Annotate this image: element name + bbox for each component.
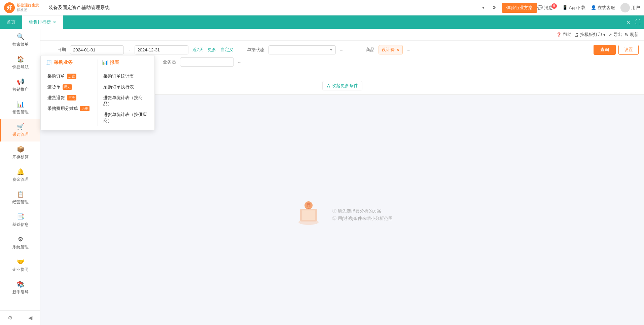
sidebar-item-quick-nav[interactable]: 🏠 快捷导航 bbox=[0, 51, 40, 74]
goods-filter-tag: 设计费 ✕ bbox=[379, 45, 403, 54]
expand-tab-icon[interactable]: ⛶ bbox=[635, 19, 641, 25]
tab-close-icon[interactable]: ✕ bbox=[53, 20, 56, 25]
date-to-input[interactable] bbox=[135, 45, 188, 54]
app-download-button[interactable]: 📱 App下载 bbox=[562, 5, 585, 11]
print-icon: 🖨 bbox=[574, 32, 579, 37]
print-action[interactable]: 🖨 按模板打印 ▾ bbox=[574, 32, 606, 38]
header-settings-icon[interactable]: ⚙ bbox=[490, 3, 499, 12]
empty-hint-1: 请先选择要分析的方案 bbox=[332, 208, 393, 214]
message-button[interactable]: 💬 消息 9 bbox=[537, 5, 557, 11]
sidebar: 🔍 搜索菜单 🏠 快捷导航 📢 营销推广 📊 销售管理 🛒 采购管理 📦 库存核… bbox=[0, 29, 40, 325]
dropdown-col-title-reports: 📊 报表 bbox=[102, 59, 149, 68]
sidebar-item-purchase[interactable]: 🛒 采购管理 bbox=[0, 119, 40, 141]
close-all-tabs-icon[interactable]: ✕ bbox=[626, 19, 631, 26]
goods-label: 商品 bbox=[354, 47, 374, 53]
top-toolbar: ❓ 帮助 🖨 按模板打印 ▾ ↗ 导出 ↻ 刷新 bbox=[40, 29, 644, 41]
history-badge: 历史 bbox=[63, 84, 72, 90]
dropdown-item-return[interactable]: 进货退货 历史 bbox=[46, 92, 94, 103]
refresh-action[interactable]: ↻ 刷新 bbox=[625, 32, 639, 38]
salesperson-input[interactable] bbox=[180, 57, 234, 67]
date-range-separator: ~ bbox=[128, 47, 131, 52]
export-icon: ↗ bbox=[608, 32, 612, 37]
sidebar-item-label: 资金管理 bbox=[12, 177, 29, 182]
sidebar-item-marketing[interactable]: 📢 营销推广 bbox=[0, 74, 40, 96]
logo-sub: 标准版 bbox=[17, 8, 39, 12]
doc-status-ellipsis[interactable]: ··· bbox=[340, 47, 344, 52]
dropdown-item-label: 采购费用分摊单 bbox=[47, 106, 78, 112]
salesperson-label: 业务员 bbox=[156, 59, 176, 65]
message-icon: 💬 bbox=[537, 5, 543, 10]
sidebar-item-label: 基础信息 bbox=[12, 222, 29, 228]
collapse-icon: ⋀ bbox=[327, 83, 330, 88]
tab-home[interactable]: 首页 bbox=[0, 15, 22, 29]
sidebar-item-search[interactable]: 🔍 搜索菜单 bbox=[0, 29, 40, 51]
help-action[interactable]: ❓ 帮助 bbox=[556, 32, 572, 38]
dropdown-item-receiving-stats-supplier[interactable]: 进货单统计表（按供应商） bbox=[102, 109, 149, 126]
date-filter-label: 日期 bbox=[46, 47, 66, 53]
dropdown-item-receiving[interactable]: 进货单 历史 bbox=[46, 82, 94, 92]
sidebar-item-sales[interactable]: 📊 销售管理 bbox=[0, 96, 40, 119]
purchase-icon: 🛒 bbox=[17, 123, 24, 130]
sidebar-item-system[interactable]: ⚙ 系统管理 bbox=[0, 232, 40, 254]
settings-button[interactable]: 设置 bbox=[618, 45, 639, 55]
user-menu[interactable]: 用户 bbox=[620, 3, 640, 12]
dropdown-col-purchase: 🧾 采购业务 采购订单 历史 进货单 历史 进货退货 历史 采购费用分摊单 bbox=[43, 59, 96, 126]
date-quick-more[interactable]: 更多 bbox=[208, 47, 216, 53]
print-dropdown-icon[interactable]: ▾ bbox=[603, 32, 606, 37]
sidebar-item-operations[interactable]: 📋 经营管理 bbox=[0, 187, 40, 209]
dropdown-item-purchase-order[interactable]: 采购订单 历史 bbox=[46, 71, 94, 82]
export-action[interactable]: ↗ 导出 bbox=[608, 32, 622, 38]
date-from-input[interactable] bbox=[70, 45, 124, 54]
dropdown-item-receiving-stats-goods[interactable]: 进货单统计表（按商品） bbox=[102, 92, 149, 109]
dropdown-arrow-icon[interactable]: ▾ bbox=[480, 4, 487, 11]
search-icon: 🔍 bbox=[17, 33, 24, 40]
main-layout: 🔍 搜索菜单 🏠 快捷导航 📢 营销推广 📊 销售管理 🛒 采购管理 📦 库存核… bbox=[0, 29, 644, 325]
sidebar-item-enterprise[interactable]: 🤝 企业协同 bbox=[0, 254, 40, 277]
sidebar-item-inventory[interactable]: 📦 库存核算 bbox=[0, 141, 40, 164]
empty-text: 请先选择要分析的方案 用[过滤]条件来缩小分析范围 bbox=[332, 208, 393, 223]
sidebar-bottom: ⚙ ◀ bbox=[0, 310, 40, 325]
goods-ellipsis[interactable]: ··· bbox=[407, 47, 410, 52]
sidebar-item-basic-info[interactable]: 📑 基础信息 bbox=[0, 209, 40, 232]
system-icon: ⚙ bbox=[18, 236, 23, 243]
doc-status-select[interactable] bbox=[269, 45, 336, 54]
dropdown-item-order-exec[interactable]: 采购订单执行表 bbox=[102, 82, 149, 92]
system-title: 装备及固定资产辅助管理系统 bbox=[44, 5, 480, 11]
svg-point-5 bbox=[307, 205, 308, 207]
message-badge: 9 bbox=[551, 3, 557, 9]
sidebar-item-guide[interactable]: 📚 新手引导 bbox=[0, 277, 40, 299]
sidebar-item-finance[interactable]: 🔔 资金管理 bbox=[0, 164, 40, 187]
sidebar-item-label: 企业协同 bbox=[12, 267, 29, 273]
sidebar-collapse-icon[interactable]: ◀ bbox=[28, 315, 32, 321]
sidebar-settings-icon[interactable]: ⚙ bbox=[8, 315, 12, 321]
sidebar-item-label: 系统管理 bbox=[12, 244, 29, 250]
logo-icon: 好 bbox=[4, 2, 15, 13]
online-service-button[interactable]: 👤 在线客服 bbox=[591, 5, 615, 11]
help-icon: ❓ bbox=[556, 32, 562, 37]
logo-text: 畅捷通好生意 bbox=[17, 3, 39, 7]
service-icon: 👤 bbox=[591, 5, 596, 10]
dropdown-item-order-stats[interactable]: 采购订单统计表 bbox=[102, 71, 149, 82]
inventory-icon: 📦 bbox=[17, 146, 24, 153]
date-quick-7days[interactable]: 近7天 bbox=[192, 47, 204, 53]
query-button[interactable]: 查询 bbox=[594, 45, 616, 55]
tab-sales-ranking[interactable]: 销售排行榜 ✕ bbox=[22, 15, 63, 29]
guide-icon: 📚 bbox=[17, 281, 24, 288]
industry-button[interactable]: 体验行业方案 bbox=[502, 3, 537, 13]
svg-rect-4 bbox=[307, 203, 311, 205]
goods-tag-remove-icon[interactable]: ✕ bbox=[396, 47, 400, 52]
dropdown-item-expense[interactable]: 采购费用分摊单 历史 bbox=[46, 103, 94, 114]
history-badge: 历史 bbox=[80, 106, 90, 111]
tab-bar: 首页 销售排行榜 ✕ ✕ ⛶ bbox=[0, 15, 644, 29]
doc-status-label: 单据状态 bbox=[244, 47, 264, 53]
svg-rect-2 bbox=[302, 210, 315, 220]
refresh-icon: ↻ bbox=[625, 32, 629, 37]
history-badge: 历史 bbox=[67, 74, 76, 79]
date-quick-custom[interactable]: 自定义 bbox=[220, 47, 234, 53]
sales-icon: 📊 bbox=[17, 100, 24, 108]
collapse-filter-button[interactable]: ⋀ 收起更多条件 bbox=[322, 81, 362, 90]
dropdown-item-label: 进货退货 bbox=[47, 95, 65, 101]
salesperson-ellipsis[interactable]: ··· bbox=[238, 59, 242, 65]
dropdown-item-label: 进货单统计表（按供应商） bbox=[103, 112, 148, 124]
dropdown-item-label: 采购订单 bbox=[47, 73, 65, 79]
